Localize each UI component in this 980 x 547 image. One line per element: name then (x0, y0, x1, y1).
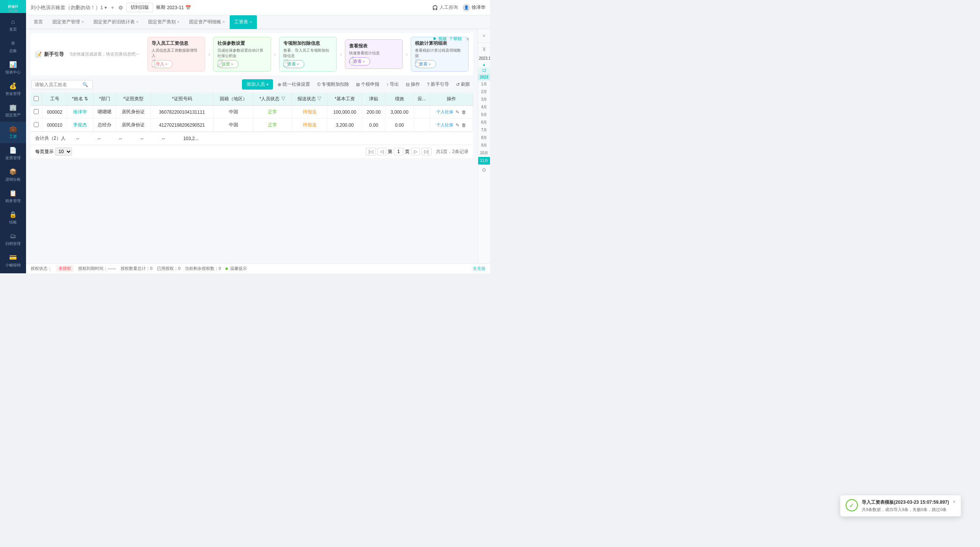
cal-month-12[interactable]: 12 (478, 67, 490, 74)
cal-month-1[interactable]: 1月 (478, 80, 490, 88)
row2-base-salary: 3,200.00 (328, 119, 362, 132)
select-all-checkbox[interactable] (34, 96, 39, 101)
page-last-btn[interactable]: ▷| (421, 148, 431, 155)
tab-fixed-assets[interactable]: 固定资产管理 × (48, 15, 89, 29)
sidebar-item-reports[interactable]: 📊 报表中心 (0, 57, 26, 79)
sidebar-item-funds[interactable]: 💰 资金管理 (0, 79, 26, 100)
total-dash-3: -- (119, 136, 122, 141)
row1-apply (413, 106, 430, 119)
cal-settings-icon[interactable]: ⚙ (482, 167, 487, 173)
th-name[interactable]: *姓名 ⇅ (67, 93, 93, 106)
sidebar-item-settings[interactable]: ⚙ 设置 (0, 272, 26, 273)
cal-month-6[interactable]: 6月 (478, 119, 490, 126)
sidebar-item-archive[interactable]: 🗂 归档管理 (0, 229, 26, 250)
row2-delete-icon[interactable]: 🗑 (462, 122, 466, 128)
cal-up-icon[interactable]: ▲ (482, 62, 486, 67)
operations-btn[interactable]: ⊟ 操作 (403, 80, 422, 89)
sidebar-item-salary[interactable]: 💼 工资 (0, 122, 26, 143)
tab-salary-label: 工资表 (234, 19, 248, 25)
tax-report-btn[interactable]: ⊞ 个税申报 (354, 80, 382, 89)
tab-salary-close[interactable]: × (250, 20, 252, 24)
recharge-link[interactable]: 去充值 (473, 266, 485, 271)
row2-checkbox[interactable] (31, 119, 42, 132)
page-first-btn[interactable]: |◁ (366, 148, 376, 155)
sidebar-item-fixed-assets-label: 固定资产 (5, 113, 21, 118)
archive-icon: 🗂 (10, 233, 16, 240)
special-deduction-btn[interactable]: © 专项附加扣除 (315, 80, 351, 89)
sidebar-item-fixed-assets[interactable]: 🏢 固定资产 (0, 100, 26, 122)
username-label: 徐泽华 (472, 4, 485, 11)
row2-edit-icon[interactable]: ✎ (456, 122, 459, 128)
wizard-close-button[interactable]: × (466, 36, 469, 42)
page-prev-btn[interactable]: ◁ (377, 148, 386, 155)
account-dropdown-icon[interactable]: ▾ (105, 5, 107, 10)
settings-topbar-icon[interactable]: ⚙ (118, 5, 123, 11)
tab-fixed-assets-close[interactable]: × (82, 20, 84, 24)
expire-label: 授权到期时间：—— (78, 266, 116, 271)
arrow-1: › (208, 51, 210, 58)
th-report-status[interactable]: 报送状态 ▽ (292, 93, 328, 106)
calendar-icon[interactable]: 📅 (185, 5, 191, 10)
cal-month-3[interactable]: 3月 (478, 96, 490, 103)
export-btn[interactable]: ↑ 导出 (384, 80, 401, 89)
sidebar-item-general-ledger[interactable]: ≡ 总账 (0, 36, 26, 57)
sidebar-item-inventory[interactable]: 📦 进销台账 (0, 165, 26, 186)
cal-month-9[interactable]: 9月 (478, 142, 490, 149)
row1-social-insurance-link[interactable]: 个人社保 (436, 109, 453, 115)
row1-edit-icon[interactable]: ✎ (456, 109, 459, 115)
sidebar-item-home[interactable]: ⌂ 首页 (0, 15, 26, 36)
search-icon[interactable]: 🔍 (82, 82, 88, 87)
tab-asset-detail[interactable]: 固定资产明细账 × (185, 15, 230, 29)
cal-month-4[interactable]: 4月 (478, 103, 490, 111)
cal-month-5[interactable]: 5月 (478, 111, 490, 119)
customer-service[interactable]: 🎧 人工咨询 (432, 4, 458, 11)
th-checkbox[interactable] (31, 93, 42, 106)
row1-name[interactable]: 徐泽华 (67, 106, 93, 119)
cal-month-2[interactable]: 2月 (478, 88, 490, 96)
calendar-expand-btn[interactable]: ≫ (478, 43, 490, 55)
th-status[interactable]: *人员状态 ▽ (253, 93, 292, 106)
social-insurance-btn[interactable]: ⊕ 统一社保设置 (275, 80, 312, 89)
tab-salary[interactable]: 工资表 × (230, 15, 257, 29)
export-icon: ↑ (386, 82, 389, 87)
video-link[interactable]: ▶ 视频 (433, 36, 447, 42)
sidebar-item-expense[interactable]: 💳 小畅报销 (0, 250, 26, 272)
add-account-icon[interactable]: ＋ (110, 4, 115, 11)
tab-fixed-assets-label: 固定资产管理 (52, 19, 80, 25)
tab-depreciation[interactable]: 固定资产折旧统计表 × (89, 15, 144, 29)
tab-asset-category[interactable]: 固定资产类别 × (144, 15, 185, 29)
sidebar-item-closing[interactable]: 🔒 结账 (0, 207, 26, 229)
calendar-close-btn[interactable]: × (478, 29, 490, 43)
sidebar-nav: ⌂ 首页 ≡ 总账 📊 报表中心 💰 资金管理 🏢 固定资产 💼 工资 (0, 13, 26, 273)
th-actions: 操作 (430, 93, 473, 106)
row2-name[interactable]: 李俊杰 (67, 119, 93, 132)
new-guide-btn[interactable]: ? 新手引导 (425, 80, 451, 89)
sidebar-item-invoices[interactable]: 📄 发票管理 (0, 143, 26, 165)
row2-social-insurance-link[interactable]: 个人社保 (436, 122, 453, 128)
search-input[interactable] (35, 82, 81, 87)
tab-asset-detail-close[interactable]: × (223, 20, 225, 24)
cal-month-7[interactable]: 7月 (478, 126, 490, 134)
row2-check[interactable] (34, 122, 39, 127)
cal-year-2023[interactable]: 2023 (478, 74, 490, 80)
switch-version-button[interactable]: 切到旧版 (126, 3, 153, 12)
row1-checkbox[interactable] (31, 106, 42, 119)
row1-check[interactable] (34, 109, 39, 114)
row1-delete-icon[interactable]: 🗑 (462, 109, 466, 115)
cal-month-11[interactable]: 11月 (478, 157, 490, 165)
cal-month-8[interactable]: 8月 (478, 134, 490, 142)
add-employee-button[interactable]: 添加人员 ▾ (242, 79, 273, 90)
tab-depreciation-close[interactable]: × (136, 20, 139, 24)
refresh-btn[interactable]: ↺ 刷新 (454, 80, 472, 89)
wizard-subtitle-text: 5步快速完成设置，快去完善信息吧～ (70, 51, 140, 57)
period-value: 2023-11 (167, 5, 184, 10)
help-link[interactable]: ? 帮助 (450, 36, 462, 42)
page-size-select[interactable]: 10 20 50 (55, 147, 72, 156)
tab-home[interactable]: 首页 (29, 15, 48, 29)
page-next-btn[interactable]: ▷ (411, 148, 420, 155)
cal-month-10[interactable]: 10月 (478, 149, 490, 157)
user-menu[interactable]: 👤 徐泽华 (462, 4, 485, 11)
row1-action-icons: 个人社保 ✎ 🗑 (433, 109, 470, 115)
tab-asset-category-close[interactable]: × (177, 20, 180, 24)
sidebar-item-tax[interactable]: 📋 税务管理 (0, 186, 26, 207)
